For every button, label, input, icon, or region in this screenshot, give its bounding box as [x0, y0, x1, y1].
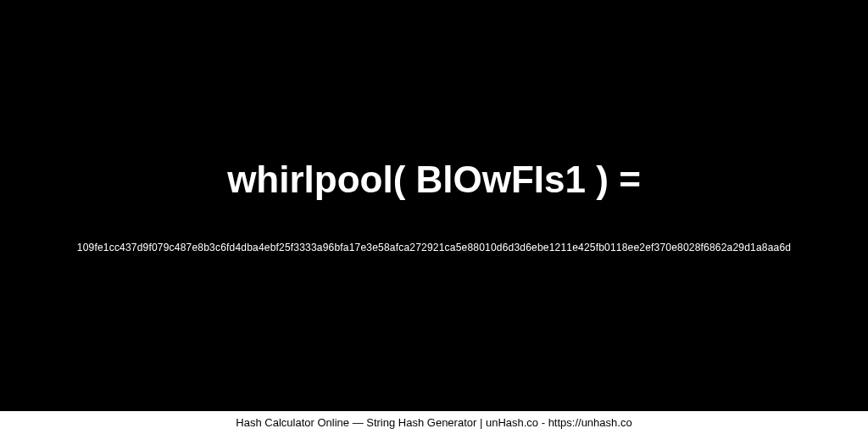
- main-content: whirlpool( BlOwFIs1 ) = 109fe1cc437d9f07…: [0, 0, 868, 411]
- hash-output: 109fe1cc437d9f079c487e8b3c6fd4dba4ebf25f…: [77, 242, 791, 253]
- footer-text: Hash Calculator Online — String Hash Gen…: [236, 416, 632, 429]
- footer-bar: Hash Calculator Online — String Hash Gen…: [0, 411, 868, 434]
- hash-expression: whirlpool( BlOwFIs1 ) =: [227, 159, 641, 201]
